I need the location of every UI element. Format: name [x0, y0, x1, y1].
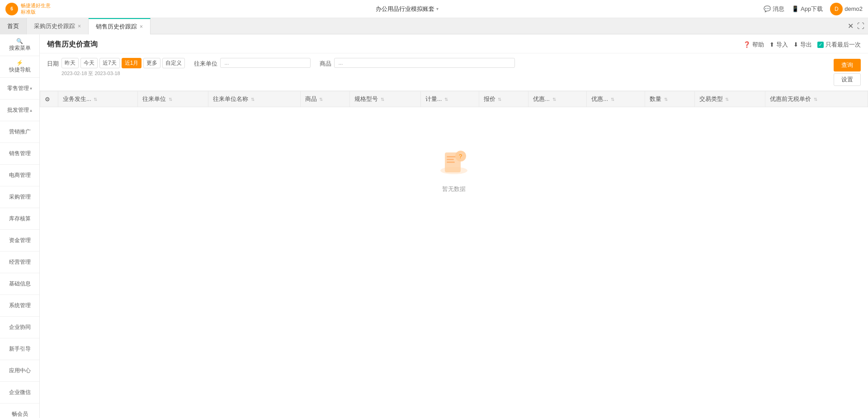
th-settings[interactable]: ⚙ [40, 91, 58, 107]
sidebar-item-guide[interactable]: 新手引导 [0, 338, 39, 360]
product-filter-group: 商品 ... [320, 58, 515, 68]
sidebar-item-inventory[interactable]: 库存核算 [0, 208, 39, 230]
th-counterpart-code[interactable]: 往来单位 ⇅ [137, 91, 208, 107]
sidebar-item-ecommerce[interactable]: 电商管理 [0, 165, 39, 186]
sidebar-item-purchase[interactable]: 采购管理 [0, 186, 39, 208]
shortcut-icon: ⚡ [16, 60, 23, 66]
sidebar-item-wholesale[interactable]: 批发管理 ▴ [0, 100, 39, 121]
sidebar-item-sales-mgmt[interactable]: 销售管理 [0, 143, 39, 165]
th-spec[interactable]: 规格型号 ⇅ [350, 91, 420, 107]
top-bar-left: 6 畅捷通好生意 标准版 [5, 3, 51, 15]
app-download-button[interactable]: 📱 App下载 [792, 5, 823, 13]
th-biz-date[interactable]: 业务发生... ⇅ [58, 91, 138, 107]
tab-purchase[interactable]: 采购历史价跟踪 × [27, 18, 89, 34]
tab-sales[interactable]: 销售历史价跟踪 × [89, 18, 151, 34]
table-container: ⚙ 业务发生... ⇅ 往来单位 ⇅ 往来单位名称 [40, 91, 868, 229]
close-sales-tab[interactable]: × [140, 24, 143, 30]
sidebar-item-enterprise[interactable]: 企业协同 [0, 317, 39, 338]
sort-icon: ⇅ [94, 97, 97, 102]
sort-icon: ⇅ [251, 97, 255, 102]
sort-icon: ⇅ [611, 97, 614, 102]
sort-icon: ⇅ [725, 97, 729, 102]
setting-button[interactable]: 设置 [834, 73, 861, 86]
sidebar-item-retail[interactable]: 零售管理 ▾ [0, 78, 39, 100]
sort-icon: ⇅ [381, 97, 384, 102]
user-menu[interactable]: D demo2 [830, 3, 863, 15]
main-layout: 🔍 搜索菜单 ⚡ 快捷导航 零售管理 ▾ 批发管理 ▴ 营销推广 销售管理 电商… [0, 34, 868, 418]
logo-text: 畅捷通好生意 标准版 [21, 3, 51, 14]
sort-icon: ⇅ [319, 97, 323, 102]
product-input[interactable]: ... [334, 58, 515, 68]
sidebar-item-app-center[interactable]: 应用中心 [0, 360, 39, 382]
sidebar: 🔍 搜索菜单 ⚡ 快捷导航 零售管理 ▾ 批发管理 ▴ 营销推广 销售管理 电商… [0, 34, 40, 418]
chevron-down-icon: ▾ [30, 86, 32, 91]
close-purchase-tab[interactable]: × [78, 23, 81, 29]
sidebar-item-marketing[interactable]: 营销推广 [0, 121, 39, 143]
date-btn-last7[interactable]: 近7天 [99, 58, 120, 68]
tab-controls: ✕ ⛶ [844, 22, 868, 30]
avatar: D [830, 3, 843, 15]
maximize-button[interactable]: ⛶ [857, 22, 864, 30]
th-pretax-price[interactable]: 优惠前无税单价 ⇅ [765, 91, 868, 107]
empty-state: ? 暂无数据 [40, 107, 868, 229]
svg-rect-2 [447, 156, 456, 157]
sidebar-item-basic-info[interactable]: 基础信息 [0, 273, 39, 295]
message-button[interactable]: 💬 消息 [764, 5, 784, 13]
sidebar-item-operations[interactable]: 经营管理 [0, 252, 39, 273]
svg-rect-3 [447, 159, 454, 160]
date-btn-more[interactable]: 更多 [143, 58, 160, 68]
empty-text: 暂无数据 [442, 185, 466, 193]
gear-icon: ⚙ [45, 96, 50, 103]
page-container: 销售历史价查询 ❓ 帮助 ⬆ 导入 ⬇ 导出 ✓ [40, 34, 868, 418]
sidebar-item-finance[interactable]: 资金管理 [0, 230, 39, 252]
help-icon: ❓ [743, 41, 750, 48]
sort-icon: ⇅ [552, 97, 556, 102]
logo-icon: 6 [5, 3, 18, 15]
th-discount2[interactable]: 优惠... ⇅ [587, 91, 645, 107]
svg-rect-4 [447, 162, 455, 163]
top-bar-right: 💬 消息 📱 App下载 D demo2 [764, 3, 863, 15]
message-icon: 💬 [764, 5, 771, 12]
th-unit[interactable]: 计量... ⇅ [420, 91, 479, 107]
sort-icon: ⇅ [664, 97, 668, 102]
export-button[interactable]: ⬇ 导出 [793, 41, 812, 49]
only-last-checkbox[interactable]: ✓ 只看最后一次 [817, 41, 861, 49]
help-button[interactable]: ❓ 帮助 [743, 41, 764, 49]
filter-row: 日期 昨天 今天 近7天 近1月 更多 自定义 2023-02-18 至 202… [40, 53, 868, 91]
th-discount1[interactable]: 优惠... ⇅ [528, 91, 587, 107]
account-selector[interactable]: 办公用品行业模拟账套 ▾ [376, 5, 439, 13]
date-btn-yesterday[interactable]: 昨天 [61, 58, 79, 68]
dropdown-arrow-icon: ▾ [436, 6, 439, 11]
svg-text:?: ? [459, 153, 462, 160]
date-btn-custom[interactable]: 自定义 [162, 58, 185, 68]
date-filter-group: 日期 昨天 今天 近7天 近1月 更多 自定义 2023-02-18 至 202… [47, 58, 185, 77]
sidebar-item-shortcuts[interactable]: ⚡ 快捷导航 [0, 56, 39, 78]
th-quote[interactable]: 报价 ⇅ [479, 91, 528, 107]
close-all-tabs-button[interactable]: ✕ [848, 22, 854, 30]
date-btn-last1m[interactable]: 近1月 [122, 58, 142, 68]
sidebar-item-membership[interactable]: 畅会员 [0, 404, 39, 418]
counterpart-input[interactable]: ... [220, 58, 311, 68]
import-button[interactable]: ⬆ 导入 [769, 41, 788, 49]
tab-bar: 首页 采购历史价跟踪 × 销售历史价跟踪 × ✕ ⛶ [0, 18, 868, 34]
content-area: 销售历史价查询 ❓ 帮助 ⬆ 导入 ⬇ 导出 ✓ [40, 34, 868, 418]
th-trade-type[interactable]: 交易类型 ⇅ [694, 91, 765, 107]
data-table: ⚙ 业务发生... ⇅ 往来单位 ⇅ 往来单位名称 [40, 91, 868, 107]
sidebar-item-search[interactable]: 🔍 搜索菜单 [0, 34, 39, 56]
th-counterpart-name[interactable]: 往来单位名称 ⇅ [208, 91, 300, 107]
tab-home[interactable]: 首页 [0, 18, 27, 34]
th-product[interactable]: 商品 ⇅ [300, 91, 349, 107]
date-label: 日期 [47, 58, 59, 68]
filter-actions: 查询 设置 [834, 58, 861, 86]
import-icon: ⬆ [769, 41, 774, 48]
query-button[interactable]: 查询 [834, 59, 861, 71]
th-qty[interactable]: 数量 ⇅ [645, 91, 694, 107]
sidebar-item-system[interactable]: 系统管理 [0, 295, 39, 317]
date-btn-today[interactable]: 今天 [80, 58, 98, 68]
date-range-text: 2023-02-18 至 2023-03-18 [61, 70, 185, 77]
counterpart-label: 往来单位 [194, 58, 217, 68]
page-actions: ❓ 帮助 ⬆ 导入 ⬇ 导出 ✓ 只看最后一次 [743, 41, 861, 49]
sidebar-item-corp-wechat[interactable]: 企业微信 [0, 382, 39, 404]
top-bar: 6 畅捷通好生意 标准版 办公用品行业模拟账套 ▾ 💬 消息 📱 App下载 D… [0, 0, 868, 18]
sort-icon: ⇅ [498, 97, 501, 102]
